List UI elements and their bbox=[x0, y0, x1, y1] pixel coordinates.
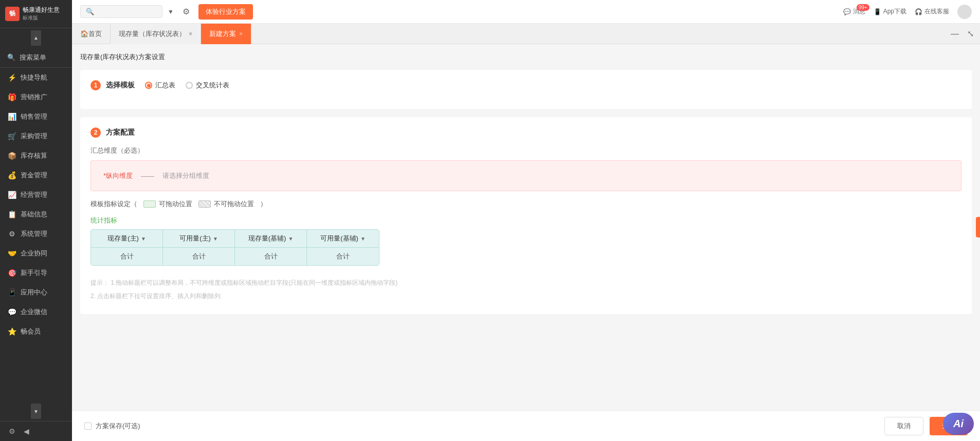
sidebar-item-label: 企业协同 bbox=[21, 249, 47, 258]
step1-label: 选择模板 bbox=[106, 81, 135, 90]
sidebar-search-label: 搜索菜单 bbox=[20, 53, 46, 62]
dimension-placeholder[interactable]: 请选择分组维度 bbox=[162, 171, 209, 180]
collapse-icon[interactable]: ◀ bbox=[22, 427, 31, 436]
sidebar-item-enterprise[interactable]: 🤝 企业协同 bbox=[0, 244, 72, 263]
app-download-icon: 📱 bbox=[874, 8, 881, 15]
stats-col-3-chevron[interactable]: ▼ bbox=[360, 236, 366, 242]
finance-icon: 💰 bbox=[7, 171, 16, 180]
topbar-search-input[interactable] bbox=[97, 8, 149, 15]
sidebar-item-marketing[interactable]: 🎁 营销推广 bbox=[0, 87, 72, 107]
stats-col-1-label: 可用量(主) bbox=[179, 234, 211, 243]
save-label: 方案保存(可选) bbox=[96, 421, 140, 431]
trial-button[interactable]: 体验行业方案 bbox=[198, 4, 253, 20]
scroll-down-button[interactable]: ▼ bbox=[31, 403, 41, 419]
stats-section-label: 统计指标 bbox=[90, 216, 961, 225]
stats-col-3-label: 可用量(基辅) bbox=[320, 234, 358, 243]
indicator-setting-suffix: ） bbox=[260, 199, 267, 209]
sidebar-item-newuser[interactable]: 🎯 新手引导 bbox=[0, 263, 72, 283]
topbar-left: 🔍 ▼ ⚙ 体验行业方案 bbox=[80, 4, 838, 20]
quick-nav-icon: ⚡ bbox=[7, 73, 16, 82]
sidebar-search-item[interactable]: 🔍 搜索菜单 bbox=[0, 48, 72, 68]
cancel-button[interactable]: 取消 bbox=[884, 417, 923, 435]
user-avatar[interactable] bbox=[957, 5, 972, 19]
stats-col-2-label: 现存量(基辅) bbox=[248, 234, 286, 243]
tip-2: 2. 点击标题栏下拉可设置排序、插入列和删除列 bbox=[90, 291, 961, 302]
step1-number: 1 bbox=[90, 80, 101, 90]
bottom-bar: 方案保存(可选) 取消 查询 bbox=[72, 410, 980, 441]
topbar-dropdown[interactable]: ▼ bbox=[168, 8, 174, 15]
tab-new-scheme-label: 新建方案 bbox=[209, 29, 236, 39]
sidebar-item-quick-nav[interactable]: ⚡ 快捷导航 bbox=[0, 68, 72, 87]
tabbar: 🏠 首页 现存量（库存状况表） × 新建方案 × — ⤡ bbox=[72, 24, 980, 44]
wechat-icon: 💬 bbox=[7, 307, 16, 317]
tab-expand-icon[interactable]: ⤡ bbox=[965, 27, 976, 41]
purchase-icon: 🛒 bbox=[7, 132, 16, 141]
sidebar-item-finance[interactable]: 💰 资金管理 bbox=[0, 166, 72, 185]
radio-cross[interactable]: 交叉统计表 bbox=[186, 81, 229, 90]
tab-inventory-close[interactable]: × bbox=[189, 30, 192, 38]
tab-inventory-status[interactable]: 现存量（库存状况表） × bbox=[111, 24, 201, 44]
scroll-up-button[interactable]: ▲ bbox=[31, 30, 41, 46]
stats-col-2-chevron[interactable]: ▼ bbox=[288, 236, 293, 242]
sidebar-item-inventory[interactable]: 📦 库存核算 bbox=[0, 146, 72, 166]
sidebar-item-basic-info[interactable]: 📋 基础信息 bbox=[0, 205, 72, 224]
step2-label: 方案配置 bbox=[106, 128, 135, 137]
stats-col-1-value: 合计 bbox=[163, 248, 234, 265]
right-side-indicator[interactable] bbox=[976, 217, 980, 237]
sidebar-item-wechat[interactable]: 💬 企业微信 bbox=[0, 302, 72, 322]
topbar-search-icon: 🔍 bbox=[86, 8, 94, 15]
radio-cross-circle bbox=[186, 82, 193, 89]
stats-col-3-header[interactable]: 可用量(基辅) ▼ bbox=[307, 230, 379, 248]
topbar-search-box[interactable]: 🔍 bbox=[80, 5, 162, 18]
indicator-setting-prefix: 模板指标设定（ bbox=[90, 199, 137, 209]
enterprise-icon: 🤝 bbox=[7, 249, 16, 258]
topbar: 🔍 ▼ ⚙ 体验行业方案 💬 消息 99+ 📱 App下载 🎧 在线客服 bbox=[72, 0, 980, 24]
stats-col-2-header[interactable]: 现存量(基辅) ▼ bbox=[235, 230, 306, 248]
sidebar-nav: ⚡ 快捷导航 🎁 营销推广 📊 销售管理 🛒 采购管理 📦 库存核算 💰 资金管… bbox=[0, 68, 72, 401]
sidebar-item-label: 企业微信 bbox=[21, 307, 47, 317]
app-download-label: App下载 bbox=[883, 7, 906, 16]
messages-badge: 99+ bbox=[857, 4, 869, 11]
step2-header: 2 方案配置 bbox=[90, 127, 961, 138]
sidebar-item-member[interactable]: ⭐ 畅会员 bbox=[0, 322, 72, 341]
dropdown-arrow-icon: ▼ bbox=[168, 8, 174, 15]
sidebar-item-sales[interactable]: 📊 销售管理 bbox=[0, 107, 72, 126]
section-template: 1 选择模板 汇总表 交叉统计表 bbox=[80, 70, 972, 109]
tab-new-scheme[interactable]: 新建方案 × bbox=[201, 24, 251, 44]
stats-col-3: 可用量(基辅) ▼ 合计 bbox=[307, 230, 379, 265]
topbar-settings-icon[interactable]: ⚙ bbox=[179, 5, 193, 19]
sidebar-item-appstore[interactable]: 📱 应用中心 bbox=[0, 283, 72, 302]
stats-col-1-header[interactable]: 可用量(主) ▼ bbox=[163, 230, 234, 248]
inventory-icon: 📦 bbox=[7, 151, 16, 160]
stats-col-0-header[interactable]: 现存量(主) ▼ bbox=[91, 230, 162, 248]
sidebar-item-system[interactable]: ⚙ 系统管理 bbox=[0, 224, 72, 244]
online-service-item[interactable]: 🎧 在线客服 bbox=[915, 7, 949, 16]
appstore-icon: 📱 bbox=[7, 288, 16, 297]
sidebar-item-label: 畅会员 bbox=[21, 327, 41, 336]
messages-item[interactable]: 💬 消息 99+ bbox=[843, 7, 865, 16]
ai-badge[interactable]: Ai bbox=[943, 413, 974, 435]
stats-col-1-chevron[interactable]: ▼ bbox=[213, 236, 218, 242]
headset-icon: 🎧 bbox=[915, 8, 922, 15]
sidebar-item-operations[interactable]: 📈 经营管理 bbox=[0, 185, 72, 205]
settings-icon[interactable]: ⚙ bbox=[7, 427, 16, 436]
sidebar-item-purchase[interactable]: 🛒 采购管理 bbox=[0, 126, 72, 146]
system-icon: ⚙ bbox=[7, 229, 16, 238]
tab-minimize-icon[interactable]: — bbox=[949, 27, 961, 41]
sidebar-item-label: 新手引导 bbox=[21, 268, 47, 278]
sidebar-footer: ⚙ ◀ bbox=[0, 421, 72, 441]
stats-col-0-label: 现存量(主) bbox=[107, 234, 139, 243]
step2-number: 2 bbox=[90, 127, 101, 138]
main-area: 🔍 ▼ ⚙ 体验行业方案 💬 消息 99+ 📱 App下载 🎧 在线客服 bbox=[72, 0, 980, 441]
tab-home[interactable]: 🏠 首页 bbox=[72, 24, 111, 44]
member-icon: ⭐ bbox=[7, 327, 16, 336]
stats-col-0-chevron[interactable]: ▼ bbox=[141, 236, 146, 242]
radio-summary[interactable]: 汇总表 bbox=[145, 81, 175, 90]
fixed-legend-label: 不可拖动位置 bbox=[214, 199, 254, 209]
sales-icon: 📊 bbox=[7, 112, 16, 121]
app-download-item[interactable]: 📱 App下载 bbox=[874, 7, 906, 16]
logo-icon: 畅 bbox=[5, 7, 20, 21]
tab-new-scheme-close[interactable]: × bbox=[239, 30, 243, 38]
app-edition: 标准版 bbox=[23, 14, 60, 22]
save-checkbox[interactable] bbox=[84, 422, 92, 430]
